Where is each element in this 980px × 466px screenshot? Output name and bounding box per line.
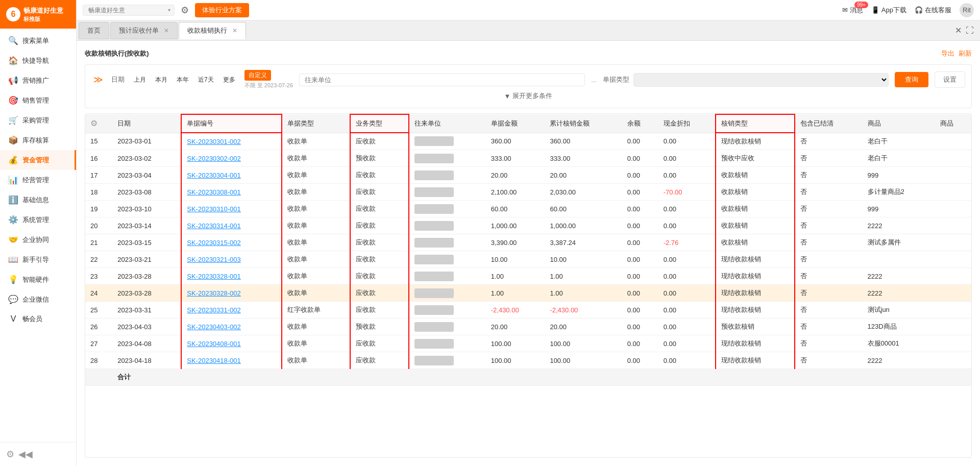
bill-code-link[interactable]: SK-20230321-003 — [187, 256, 241, 263]
service-label: 在线客服 — [925, 6, 951, 15]
table-cell: 2023-03-21 — [112, 251, 181, 268]
bill-code-link[interactable]: SK-20230302-002 — [187, 155, 241, 162]
query-btn[interactable]: 查询 — [895, 72, 928, 87]
bill-code-link[interactable]: SK-20230308-001 — [187, 188, 241, 196]
tab-preorder[interactable]: 预计应收付单✕ — [110, 22, 178, 39]
guide-icon: 📖 — [8, 255, 18, 264]
solution-btn[interactable]: 体验行业方案 — [195, 3, 249, 17]
unit-input[interactable] — [299, 73, 585, 86]
filter-bar: ≫ 日期 上月本月本年近7天更多 自定义 不限 至 2023-07-26 ...… — [85, 64, 972, 108]
table-cell: 24 — [85, 285, 112, 302]
table-cell[interactable]: SK-20230328-002 — [181, 285, 282, 302]
sidebar-item-hardware[interactable]: 💡智能硬件 — [0, 269, 76, 289]
expand-conditions-btn[interactable]: ▼ 展开更多条件 — [504, 91, 553, 101]
sidebar-item-corp[interactable]: 🤝企业协同 — [0, 230, 76, 250]
table-cell[interactable]: SK-20230310-001 — [181, 201, 282, 217]
tab-collection[interactable]: 收款核销执行✕ — [179, 22, 246, 39]
sidebar-item-sales[interactable]: 🎯销售管理 — [0, 90, 76, 110]
table-cell: 否 — [795, 285, 863, 302]
bill-code-link[interactable]: SK-20230408-001 — [187, 340, 241, 348]
bill-code-link[interactable]: SK-20230403-002 — [187, 323, 241, 331]
table-cell[interactable]: SK-20230408-001 — [181, 335, 282, 352]
date-option-btn[interactable]: 本月 — [152, 75, 170, 85]
date-option-btn[interactable]: 上月 — [131, 75, 149, 85]
collapse-icon[interactable]: ◀◀ — [18, 449, 33, 460]
date-option-btn[interactable]: 近7天 — [195, 75, 217, 85]
table-cell[interactable]: SK-20230315-002 — [181, 234, 282, 251]
settings-gear-icon[interactable]: ⚙ — [179, 5, 191, 16]
sidebar-item-system[interactable]: ⚙️系统管理 — [0, 210, 76, 230]
blurred-unit: ████ — [414, 204, 454, 214]
table-cell: ████ — [409, 285, 486, 302]
table-cell[interactable]: SK-20230418-001 — [181, 352, 282, 369]
user-avatar[interactable]: Rit — [960, 3, 974, 17]
bill-code-link[interactable]: SK-20230301-002 — [187, 138, 241, 145]
refresh-btn[interactable]: 刷新 — [959, 49, 972, 58]
table-cell: 3,387.24 — [545, 234, 622, 251]
blurred-unit: ████ — [414, 322, 454, 332]
sidebar-item-member[interactable]: V畅会员 — [0, 309, 76, 329]
message-btn[interactable]: ✉ 消息 99+ — [842, 6, 863, 15]
table-cell: 否 — [795, 302, 863, 318]
online-service-btn[interactable]: 🎧 在线客服 — [915, 6, 951, 15]
col-gear-icon[interactable]: ⚙ — [90, 119, 97, 128]
sidebar-nav: 🔍搜索菜单🏠快捷导航📢营销推广🎯销售管理🛒采购管理📦库存核算💰资金管理📊经营管理… — [0, 29, 76, 442]
sidebar-item-inventory[interactable]: 📦库存核算 — [0, 130, 76, 150]
bill-code-link[interactable]: SK-20230315-002 — [187, 239, 241, 247]
table-cell[interactable]: SK-20230308-001 — [181, 184, 282, 201]
table-cell: 100.00 — [486, 335, 545, 352]
table-cell: 收款单 — [282, 167, 350, 184]
app-label: App下载 — [881, 6, 906, 15]
tabs-bar: 首页预计应收付单✕收款核销执行✕✕⛶ — [77, 20, 980, 41]
filter-setting-btn[interactable]: 设置 — [935, 71, 965, 88]
app-download-btn[interactable]: 📱 App下载 — [871, 6, 906, 15]
table-cell[interactable]: SK-20230302-002 — [181, 150, 282, 167]
tab-close-collection[interactable]: ✕ — [232, 27, 237, 34]
sidebar-item-quicknav[interactable]: 🏠快捷导航 — [0, 51, 76, 70]
filter-expand-icon[interactable]: ≫ — [91, 74, 105, 85]
bill-code-link[interactable]: SK-20230314-001 — [187, 222, 241, 230]
table-cell: 333.00 — [486, 150, 545, 167]
settings-icon[interactable]: ⚙ — [6, 449, 14, 460]
table-cell[interactable]: SK-20230304-001 — [181, 167, 282, 184]
sidebar-item-finance[interactable]: 💰资金管理 — [0, 150, 76, 170]
date-option-btn[interactable]: 更多 — [220, 75, 238, 85]
bill-code-link[interactable]: SK-20230328-001 — [187, 273, 241, 280]
sidebar-item-wechat[interactable]: 💬企业微信 — [0, 289, 76, 309]
table-cell[interactable]: SK-20230331-002 — [181, 302, 282, 318]
date-custom-btn[interactable]: 自定义 — [244, 70, 271, 81]
sidebar-item-purchase[interactable]: 🛒采购管理 — [0, 110, 76, 130]
bill-code-link[interactable]: SK-20230328-002 — [187, 289, 241, 297]
table-cell: 收款核销 — [716, 184, 794, 201]
table-cell[interactable]: SK-20230301-002 — [181, 133, 282, 150]
basic-icon: ℹ️ — [8, 195, 18, 205]
table-cell[interactable]: SK-20230321-003 — [181, 251, 282, 268]
table-cell[interactable]: SK-20230314-001 — [181, 217, 282, 234]
sidebar-item-guide[interactable]: 📖新手引导 — [0, 250, 76, 269]
footer-cell — [486, 369, 545, 386]
table-cell: 现结收款核销 — [716, 268, 794, 285]
bill-code-link[interactable]: SK-20230418-001 — [187, 357, 241, 364]
blurred-unit: ████ — [414, 170, 454, 180]
table-cell: 20.00 — [545, 318, 622, 335]
type-select[interactable] — [633, 73, 889, 87]
tab-expand-btn[interactable]: ⛶ — [966, 26, 974, 35]
export-btn[interactable]: 导出 — [941, 49, 954, 58]
table-cell[interactable]: SK-20230403-002 — [181, 318, 282, 335]
sidebar-item-basic[interactable]: ℹ️基础信息 — [0, 190, 76, 210]
app-selector-input[interactable] — [83, 5, 175, 16]
tab-close-btn[interactable]: ✕ — [955, 26, 962, 35]
bill-code-link[interactable]: SK-20230310-001 — [187, 205, 241, 213]
tab-close-preorder[interactable]: ✕ — [164, 27, 169, 34]
sidebar-item-operation[interactable]: 📊经营管理 — [0, 170, 76, 190]
table-cell[interactable]: SK-20230328-001 — [181, 268, 282, 285]
date-option-btn[interactable]: 本年 — [174, 75, 192, 85]
sidebar-item-search[interactable]: 🔍搜索菜单 — [0, 31, 76, 51]
bill-code-link[interactable]: SK-20230304-001 — [187, 171, 241, 179]
table-row: 232023-03-28SK-20230328-001收款单应收款████1.0… — [85, 268, 971, 285]
table-cell: 0.00 — [658, 201, 716, 217]
bill-code-link[interactable]: SK-20230331-002 — [187, 306, 241, 314]
sidebar-item-marketing[interactable]: 📢营销推广 — [0, 70, 76, 90]
expand-icon: ▼ — [504, 92, 511, 100]
tab-home[interactable]: 首页 — [79, 22, 109, 39]
